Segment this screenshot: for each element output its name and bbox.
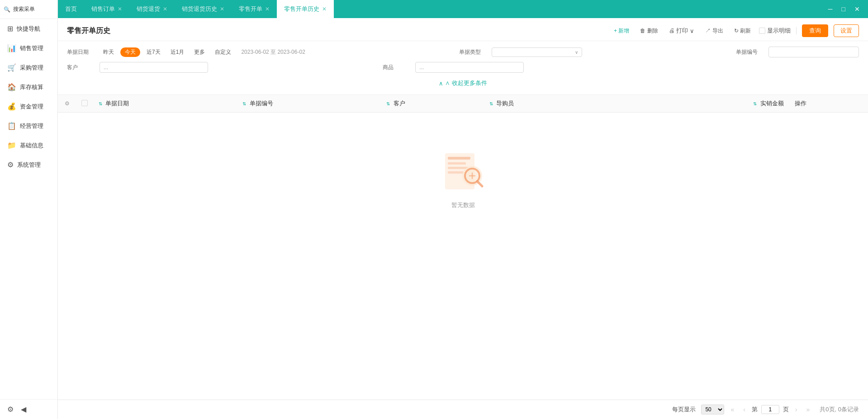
tab-sales-order-label: 销售订单 [91,5,115,13]
collapse-label: ∧ 收起更多条件 [445,79,487,87]
empty-state: 暂无数据 [58,113,868,227]
collapse-icon[interactable]: ◀ [21,405,26,414]
sidebar-item-label: 基础信息 [20,141,43,150]
tab-sales-return-close[interactable]: ✕ [163,6,167,12]
empty-text: 暂无数据 [451,201,475,209]
quick-nav-icon: ⊞ [7,24,13,33]
sidebar-item-label: 经营管理 [20,122,43,130]
tab-retail-open[interactable]: 零售开单 ✕ [232,0,277,18]
sidebar-search[interactable]: 🔍 搜索采单 [0,0,57,19]
tab-retail-open-close[interactable]: ✕ [265,6,270,12]
doc-no-input[interactable] [768,47,859,57]
svg-rect-4 [448,171,464,174]
add-button[interactable]: + 新增 [611,25,632,37]
sidebar-item-operations[interactable]: 📋 经营管理 [0,116,57,136]
inventory-icon: 🏠 [7,83,16,91]
svg-rect-1 [448,157,470,160]
sidebar-item-inventory[interactable]: 🏠 库存核算 [0,77,57,97]
th-amount[interactable]: ⇅ 实销金额 [645,95,789,113]
sidebar-item-label: 资金管理 [20,103,43,111]
maximize-btn[interactable]: □ [839,5,848,14]
date-group: 昨天 今天 近7天 近1月 更多 自定义 2023-06-02 至 2023-0… [100,47,305,57]
doc-type-select[interactable]: ∨ [492,47,582,57]
goods-label: 商品 [383,64,408,71]
th-guide[interactable]: ⇅ 导购员 [484,95,607,113]
purchase-mgmt-icon: 🛒 [7,63,16,72]
sidebar-item-sys-mgmt[interactable]: ⚙ 系统管理 [0,155,57,174]
th-no[interactable]: ⇅ 单据编号 [237,95,381,113]
delete-button[interactable]: 🗑 删除 [637,25,660,37]
query-button[interactable]: 查询 [802,24,828,37]
date-yesterday[interactable]: 昨天 [100,47,118,57]
sidebar-item-label: 快捷导航 [17,25,40,33]
display-toggle[interactable]: 显示明细 [759,27,791,35]
select-all-checkbox[interactable] [81,100,88,106]
display-checkbox[interactable] [759,28,765,34]
tab-sales-order-close[interactable]: ✕ [118,6,122,12]
prev-page-btn[interactable]: ‹ [740,405,748,414]
sidebar-item-basic-info[interactable]: 📁 基础信息 [0,136,57,155]
tab-sales-order[interactable]: 销售订单 ✕ [84,0,129,18]
doc-no-label: 单据编号 [736,48,761,56]
page-label: 页 [783,405,789,414]
first-page-btn[interactable]: « [728,405,737,414]
topbar: 首页 销售订单 ✕ 销货退货 ✕ 销货退货历史 ✕ 零售开单 ✕ 零售开单历史 … [58,0,868,18]
goods-select[interactable]: ... [415,62,524,73]
date-more[interactable]: 更多 [190,47,209,57]
tab-home[interactable]: 首页 [58,0,84,18]
operations-icon: 📋 [7,122,16,130]
sort-customer-icon: ⇅ [386,101,390,106]
settings-icon[interactable]: ⚙ [7,405,14,414]
page-header: 零售开单历史 + 新增 🗑 删除 🖨 打印 ∨ ↗ 导出 ↻ 刷新 显示明细 查… [58,18,868,41]
date-7days[interactable]: 近7天 [143,47,164,57]
th-customer-label: 客户 [394,100,405,107]
table-header-row: ⚙ ⇅ 单据日期 ⇅ 单据编号 ⇅ [58,95,868,113]
th-date-label: 单据日期 [105,100,129,107]
toolbar: + 新增 🗑 删除 🖨 打印 ∨ ↗ 导出 ↻ 刷新 显示明细 查询 设置 [611,24,859,37]
doc-no-field[interactable] [773,49,855,55]
sidebar-item-purchase-mgmt[interactable]: 🛒 采购管理 [0,58,57,77]
sidebar-item-quick-nav[interactable]: ⊞ 快捷导航 [0,19,57,38]
th-date[interactable]: ⇅ 单据日期 [93,95,237,113]
tab-sales-return-history[interactable]: 销货退货历史 ✕ [175,0,232,18]
sort-no-icon: ⇅ [242,101,246,106]
date-1month[interactable]: 近1月 [167,47,188,57]
settings-button[interactable]: 设置 [834,24,859,37]
sort-date-icon: ⇅ [99,101,102,106]
sidebar-item-finance[interactable]: 💰 资金管理 [0,97,57,116]
tab-sales-return-history-close[interactable]: ✕ [220,6,224,12]
collapse-btn[interactable]: ∧ ∧ 收起更多条件 [439,77,487,89]
next-page-btn[interactable]: › [792,405,800,414]
data-table: ⚙ ⇅ 单据日期 ⇅ 单据编号 ⇅ [58,95,868,113]
close-btn[interactable]: ✕ [852,5,863,14]
sales-mgmt-icon: 📊 [7,44,16,52]
th-customer[interactable]: ⇅ 客户 [381,95,484,113]
refresh-button[interactable]: ↻ 刷新 [731,25,754,37]
date-today[interactable]: 今天 [120,47,140,57]
date-label: 单据日期 [67,48,92,56]
th-checkbox[interactable] [76,95,93,113]
sort-amount-icon: ⇅ [753,101,757,106]
date-custom[interactable]: 自定义 [211,47,235,57]
tab-retail-open-history[interactable]: 零售开单历史 ✕ [277,0,334,18]
page-size-label: 每页显示 [672,405,696,414]
th-amount-label: 实销金额 [760,100,784,107]
print-arrow: ∨ [690,28,694,34]
current-page-input[interactable] [761,405,779,414]
customer-select[interactable]: ... [100,62,208,73]
date-range: 2023-06-02 至 2023-06-02 [241,48,305,56]
table-container: ⚙ ⇅ 单据日期 ⇅ 单据编号 ⇅ [58,95,868,400]
minimize-btn[interactable]: ─ [825,5,835,14]
tab-sales-return[interactable]: 销货退货 ✕ [129,0,175,18]
last-page-btn[interactable]: » [804,405,813,414]
export-button[interactable]: ↗ 导出 [702,25,726,37]
print-button[interactable]: 🖨 打印 ∨ [666,25,697,37]
th-gear[interactable]: ⚙ [58,95,76,113]
sidebar-item-label: 采购管理 [20,64,43,72]
tab-sales-return-history-label: 销货退货历史 [182,5,217,13]
page-size-select[interactable]: 10 20 50 100 [701,405,724,414]
sidebar-item-sales-mgmt[interactable]: 📊 销售管理 [0,38,57,58]
tab-retail-open-history-close[interactable]: ✕ [322,6,327,12]
sys-mgmt-icon: ⚙ [7,160,14,169]
content: 零售开单历史 + 新增 🗑 删除 🖨 打印 ∨ ↗ 导出 ↻ 刷新 显示明细 查… [58,18,868,419]
